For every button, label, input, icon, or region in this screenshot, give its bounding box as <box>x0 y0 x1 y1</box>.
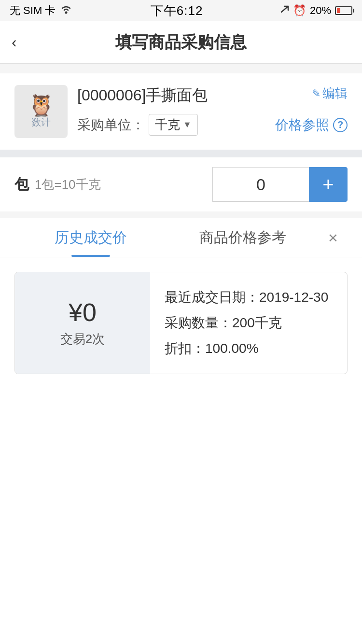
recent-date-row: 最近成交日期：2019-12-30 <box>165 288 333 307</box>
battery-indicator <box>335 6 352 15</box>
section-divider <box>0 150 362 157</box>
unit-select[interactable]: 千克 ▼ <box>149 114 198 136</box>
quantity-conversion: 1包=10千克 <box>35 176 101 193</box>
product-image-placeholder: 🦉 数计 <box>28 95 55 129</box>
purchase-quantity-label: 采购数量： <box>165 315 232 330</box>
discount-row: 折扣：100.00% <box>165 339 333 358</box>
page-title: 填写商品采购信息 <box>115 31 247 54</box>
discount-label: 折扣： <box>165 341 205 356</box>
tab-product-price-ref[interactable]: 商品价格参考 <box>167 218 319 257</box>
amount-value: 0 <box>83 298 97 326</box>
quantity-label-group: 包 1包=10千克 <box>14 175 101 195</box>
price-card: ¥0 交易2次 最近成交日期：2019-12-30 采购数量：200千克 折扣：… <box>14 272 348 374</box>
history-price-content: ¥0 交易2次 最近成交日期：2019-12-30 采购数量：200千克 折扣：… <box>0 257 362 389</box>
status-time: 下午6:12 <box>151 2 203 19</box>
price-ref-label: 价格参照 <box>275 116 329 134</box>
transactions-count: 交易2次 <box>60 331 105 348</box>
tab-product-price-ref-label: 商品价格参考 <box>199 228 286 248</box>
battery-percent: 20% <box>310 4 331 17</box>
unit-value: 千克 <box>155 116 180 133</box>
discount-value: 100.00% <box>205 341 259 356</box>
quantity-input[interactable] <box>212 167 309 202</box>
product-unit-row: 采购单位： 千克 ▼ 价格参照 ? <box>77 114 348 136</box>
tab-history-price[interactable]: 历史成交价 <box>14 218 167 257</box>
tab-active-indicator <box>71 255 110 257</box>
unit-label: 采购单位： <box>77 116 145 134</box>
product-image: 🦉 数计 <box>14 85 68 138</box>
quantity-row: 包 1包=10千克 + <box>0 157 362 211</box>
status-bar: 无 SIM 卡 下午6:12 ⏰ 20% <box>0 0 362 21</box>
tab-history-price-label: 历史成交价 <box>55 228 127 248</box>
price-card-left: ¥0 交易2次 <box>15 272 150 374</box>
wifi-icon <box>59 4 73 17</box>
product-info: [0000006]手撕面包 ✎ 编辑 采购单位： 千克 ▼ 价格参照 ? <box>77 85 348 136</box>
recent-date-label: 最近成交日期： <box>165 290 259 305</box>
edit-button[interactable]: ✎ 编辑 <box>312 85 348 102</box>
tabs-header: 历史成交价 商品价格参考 × <box>0 218 362 257</box>
alarm-icon: ⏰ <box>293 4 306 17</box>
dropdown-arrow-icon: ▼ <box>183 120 192 130</box>
unit-label-group: 采购单位： 千克 ▼ <box>77 114 198 136</box>
carrier-text: 无 SIM 卡 <box>10 3 56 18</box>
back-button[interactable]: ‹ <box>12 33 17 51</box>
location-icon <box>280 4 289 17</box>
product-card: 🦉 数计 [0000006]手撕面包 ✎ 编辑 采购单位： 千克 ▼ 价格参照 <box>0 73 362 150</box>
price-reference-button[interactable]: 价格参照 ? <box>275 116 348 134</box>
purchase-quantity-value: 200千克 <box>232 315 282 330</box>
status-right: ⏰ 20% <box>280 4 352 17</box>
help-icon: ? <box>333 118 348 132</box>
currency-symbol: ¥ <box>69 298 83 326</box>
product-full-name: [0000006]手撕面包 <box>77 85 208 106</box>
purchase-quantity-row: 采购数量：200千克 <box>165 313 333 332</box>
svg-point-0 <box>65 12 68 14</box>
edit-label: 编辑 <box>322 85 348 102</box>
quantity-plus-button[interactable]: + <box>309 167 348 202</box>
close-panel-button[interactable]: × <box>319 223 348 252</box>
status-left: 无 SIM 卡 <box>10 3 73 18</box>
quantity-unit-badge: 包 <box>14 175 29 195</box>
price-card-right: 最近成交日期：2019-12-30 采购数量：200千克 折扣：100.00% <box>150 272 347 374</box>
quantity-input-group[interactable]: + <box>212 167 348 202</box>
product-header: [0000006]手撕面包 ✎ 编辑 <box>77 85 348 106</box>
recent-date-value: 2019-12-30 <box>259 290 328 305</box>
nav-bar: ‹ 填写商品采购信息 <box>0 21 362 64</box>
content-fill <box>0 389 362 644</box>
tabs-panel: 历史成交价 商品价格参考 × ¥0 交易2次 最近成交日期：2019-12-30… <box>0 218 362 389</box>
edit-icon: ✎ <box>312 87 320 100</box>
price-amount: ¥0 <box>69 298 97 327</box>
